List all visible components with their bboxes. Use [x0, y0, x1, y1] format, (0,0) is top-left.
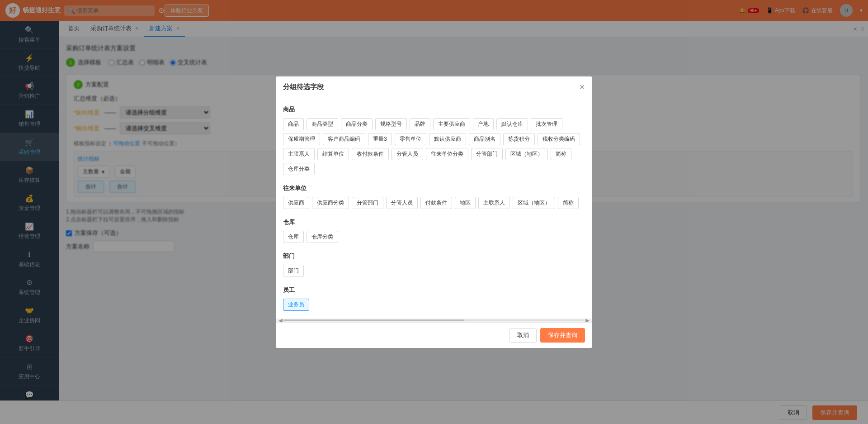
tag-sales-staff[interactable]: 业务员 — [283, 299, 309, 311]
modal-title: 分组待选字段 — [283, 83, 324, 91]
tag-spec-model[interactable]: 规格型号 — [375, 118, 407, 130]
modal-close-btn[interactable]: ✕ — [579, 83, 585, 91]
tag-customer-code[interactable]: 客户商品编码 — [323, 133, 365, 145]
tag-pay-condition[interactable]: 付款条件 — [420, 197, 452, 209]
section-product-tags: 商品 商品类型 商品分类 规格型号 品牌 主要供应商 产地 默认仓库 批次管理 … — [283, 118, 585, 175]
tag-supplier[interactable]: 供应商 — [283, 197, 309, 209]
tag-supplier-category[interactable]: 供应商分类 — [312, 197, 349, 209]
section-partner-tags: 供应商 供应商分类 分管部门 分管人员 付款条件 地区 主联系人 区域（地区） … — [283, 197, 585, 209]
tag-main-contact[interactable]: 主联系人 — [283, 148, 315, 160]
modal-cancel-btn[interactable]: 取消 — [509, 328, 537, 343]
tag-area[interactable]: 地区 — [455, 197, 476, 209]
modal-confirm-btn[interactable]: 保存并查询 — [540, 328, 585, 343]
tag-main-contact2[interactable]: 主联系人 — [478, 197, 510, 209]
section-dept-tags: 部门 — [283, 265, 585, 277]
tag-pick-points[interactable]: 拣货积分 — [503, 133, 535, 145]
tag-partner-category[interactable]: 往来单位分类 — [426, 148, 468, 160]
tag-weight[interactable]: 重量3 — [368, 133, 392, 145]
section-warehouse-title: 仓库 — [283, 218, 585, 226]
tag-warehouse-category[interactable]: 仓库分类 — [283, 163, 315, 175]
modal-body[interactable]: 商品 商品 商品类型 商品分类 规格型号 品牌 主要供应商 产地 默认仓库 批次… — [276, 98, 592, 319]
tag-product[interactable]: 商品 — [283, 118, 304, 130]
tag-default-supplier[interactable]: 默认供应商 — [429, 133, 466, 145]
tag-product-type[interactable]: 商品类型 — [307, 118, 338, 130]
section-dept-title: 部门 — [283, 252, 585, 260]
section-warehouse: 仓库 仓库 仓库分类 — [283, 218, 585, 243]
tag-retail-unit[interactable]: 零售单位 — [395, 133, 426, 145]
tag-manager[interactable]: 分管人员 — [392, 148, 423, 160]
section-staff: 员工 业务员 — [283, 286, 585, 311]
section-partner-title: 往来单位 — [283, 184, 585, 192]
section-staff-tags: 业务员 — [283, 299, 585, 311]
scrollbar-track[interactable] — [283, 319, 585, 321]
tag-shelf-life[interactable]: 保质期管理 — [283, 133, 320, 145]
tag-product-category[interactable]: 商品分类 — [341, 118, 373, 130]
tag-manager2[interactable]: 分管人员 — [386, 197, 418, 209]
tag-abbr[interactable]: 简称 — [551, 148, 571, 160]
tag-warehouse[interactable]: 仓库 — [283, 231, 304, 243]
tag-abbr2[interactable]: 简称 — [558, 197, 579, 209]
section-warehouse-tags: 仓库 仓库分类 — [283, 231, 585, 243]
scrollbar-thumb[interactable] — [283, 319, 464, 321]
modal-scrollbar[interactable]: ◀ ▶ — [276, 319, 592, 322]
tag-payment-terms[interactable]: 收付款条件 — [352, 148, 389, 160]
section-product-title: 商品 — [283, 105, 585, 114]
tag-origin[interactable]: 产地 — [473, 118, 494, 130]
modal: 分组待选字段 ✕ 商品 商品 商品类型 商品分类 规格型号 品牌 主要供应商 产… — [276, 76, 592, 348]
tag-dept3[interactable]: 部门 — [283, 265, 304, 277]
tag-settlement-unit[interactable]: 结算单位 — [317, 148, 349, 160]
tag-brand[interactable]: 品牌 — [410, 118, 430, 130]
modal-overlay: 分组待选字段 ✕ 商品 商品 商品类型 商品分类 规格型号 品牌 主要供应商 产… — [0, 0, 868, 424]
section-staff-title: 员工 — [283, 286, 585, 294]
tag-warehouse-cat[interactable]: 仓库分类 — [307, 231, 338, 243]
modal-header: 分组待选字段 ✕ — [276, 76, 592, 98]
section-partner: 往来单位 供应商 供应商分类 分管部门 分管人员 付款条件 地区 主联系人 区域… — [283, 184, 585, 209]
tag-dept2[interactable]: 分管部门 — [352, 197, 383, 209]
tag-tax-code[interactable]: 税收分类编码 — [538, 133, 580, 145]
tag-main-supplier[interactable]: 主要供应商 — [433, 118, 470, 130]
tag-region[interactable]: 区域（地区） — [505, 148, 548, 160]
tag-default-warehouse[interactable]: 默认仓库 — [496, 118, 528, 130]
tag-batch-manage[interactable]: 批次管理 — [531, 118, 562, 130]
modal-footer: 取消 保存并查询 — [276, 322, 592, 348]
section-product: 商品 商品 商品类型 商品分类 规格型号 品牌 主要供应商 产地 默认仓库 批次… — [283, 105, 585, 175]
section-dept: 部门 部门 — [283, 252, 585, 277]
tag-dept[interactable]: 分管部门 — [471, 148, 503, 160]
tag-region2[interactable]: 区域（地区） — [513, 197, 555, 209]
tag-product-alias[interactable]: 商品别名 — [469, 133, 500, 145]
